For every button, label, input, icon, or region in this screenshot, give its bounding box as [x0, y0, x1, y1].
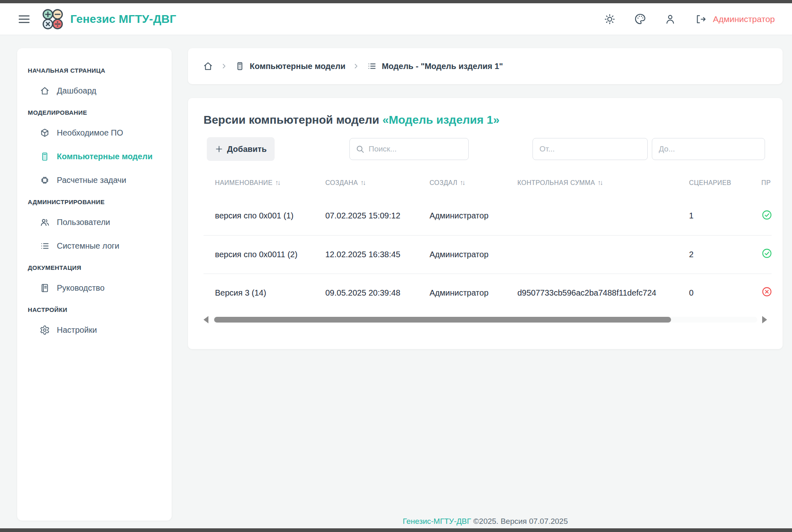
add-version-button[interactable]: Добавить [207, 137, 275, 161]
table-header-row: НАИМЕНОВАНИЕ↑↓ СОЗДАНА↑↓ СОЗДАЛ↑↓ КОНТРО… [204, 167, 772, 197]
versions-table: НАИМЕНОВАНИЕ↑↓ СОЗДАНА↑↓ СОЗДАЛ↑↓ КОНТРО… [204, 167, 772, 312]
book-icon [39, 283, 50, 293]
breadcrumb-label: Модель - "Модель изделия 1" [382, 62, 503, 71]
hamburger-menu-icon[interactable] [16, 11, 32, 27]
cell-checksum: d9507733cb596ac2ba7488f11defc724 [506, 274, 678, 312]
sidebar-item-label: Расчетные задачи [57, 176, 126, 185]
cell-scenarios: 2 [678, 235, 750, 274]
sidebar-item-label: Пользователи [57, 218, 110, 227]
sidebar-item-label: Настройки [57, 325, 97, 335]
sidebar-section-administration: АДМИНИСТРИРОВАНИЕ [17, 192, 172, 210]
column-header-scenarios: СЦЕНАРИЕВ [678, 167, 750, 197]
date-to-input[interactable] [652, 138, 765, 160]
cell-creator: Администратор [418, 235, 506, 274]
footer: Генезис-МГТУ-ДВГ ©2025. Версия 07.07.202… [188, 517, 783, 526]
sidebar-item-manual[interactable]: Руководство [17, 276, 172, 300]
sort-icon[interactable]: ↑↓ [460, 179, 464, 187]
breadcrumb-label: Компьютерные модели [250, 62, 345, 71]
window-top-strip [0, 0, 792, 3]
versions-panel: Версии компьютерной модели «Модель издел… [188, 98, 783, 349]
breadcrumb-model-page: Модель - "Модель изделия 1" [367, 61, 503, 71]
app-bar: Генезис МГТУ-ДВГ [0, 3, 792, 35]
calculator-icon [39, 151, 50, 162]
sort-icon[interactable]: ↑↓ [597, 179, 602, 187]
chip-icon [39, 175, 50, 185]
sidebar-item-label: Системные логи [57, 241, 119, 251]
cell-created: 12.02.2025 16:38:45 [314, 235, 418, 274]
cell-created: 07.02.2025 15:09:12 [314, 197, 418, 235]
horizontal-scrollbar [204, 316, 767, 323]
sidebar-item-computer-models[interactable]: Компьютерные модели [17, 145, 172, 168]
user-profile-icon[interactable] [664, 13, 677, 26]
theme-sun-icon[interactable] [603, 13, 616, 26]
breadcrumb: Компьютерные модели Модель - "Модель изд… [188, 48, 783, 84]
cell-scenarios: 1 [678, 197, 750, 235]
footer-version-text: ©2025. Версия 07.07.2025 [473, 517, 568, 525]
sort-icon[interactable]: ↑↓ [275, 179, 280, 187]
cell-checksum [506, 197, 678, 235]
scrollbar-thumb[interactable] [214, 317, 671, 323]
sidebar-item-dashboard[interactable]: Дашбоард [17, 79, 172, 102]
page-title-prefix: Версии компьютерной модели [204, 114, 383, 126]
window-bottom-strip [0, 528, 792, 532]
sidebar-item-settings[interactable]: Настройки [17, 318, 172, 342]
search-input[interactable] [349, 138, 469, 160]
sidebar-item-users[interactable]: Пользователи [17, 210, 172, 234]
cell-name: версия спо 0x001 (1) [204, 197, 314, 235]
search-field-wrap [349, 138, 469, 160]
sidebar: НАЧАЛЬНАЯ СТРАНИЦА Дашбоард МОДЕЛИРОВАНИ… [17, 48, 172, 521]
table-row[interactable]: Версия 3 (14) 09.05.2025 20:39:48 Админи… [204, 274, 772, 312]
chevron-right-icon [353, 63, 359, 69]
sidebar-item-required-software[interactable]: Необходимое ПО [17, 121, 172, 145]
current-user-label[interactable]: Администратор [713, 14, 775, 24]
gear-icon [39, 325, 50, 335]
column-header-checksum: КОНТРОЛЬНАЯ СУММА↑↓ [506, 167, 678, 197]
table-row[interactable]: версия спо 0x0011 (2) 12.02.2025 16:38:4… [204, 235, 772, 274]
breadcrumb-home-icon[interactable] [203, 61, 213, 71]
versions-table-clip: НАИМЕНОВАНИЕ↑↓ СОЗДАНА↑↓ СОЗДАЛ↑↓ КОНТРО… [204, 167, 772, 312]
cube-icon [39, 127, 50, 138]
sidebar-section-home: НАЧАЛЬНАЯ СТРАНИЦА [17, 60, 172, 79]
sidebar-item-calculation-tasks[interactable]: Расчетные задачи [17, 168, 172, 192]
scroll-left-arrow-icon[interactable] [204, 316, 208, 323]
x-circle-icon [761, 286, 772, 297]
sidebar-item-label: Руководство [57, 283, 105, 293]
cell-status [750, 197, 772, 235]
home-icon [39, 85, 50, 96]
list-icon [39, 240, 50, 251]
table-row[interactable]: версия спо 0x001 (1) 07.02.2025 15:09:12… [204, 197, 772, 235]
sidebar-item-label: Дашбоард [57, 86, 96, 96]
sidebar-section-documentation: ДОКУМЕНТАЦИЯ [17, 258, 172, 276]
cell-status [750, 274, 772, 312]
palette-icon[interactable] [633, 13, 647, 26]
logout-icon[interactable] [694, 13, 707, 26]
column-header-checked-truncated: ПР [750, 167, 772, 197]
users-icon [39, 217, 50, 227]
check-circle-icon [761, 209, 772, 220]
calculator-icon [235, 61, 245, 71]
scroll-right-arrow-icon[interactable] [762, 316, 767, 323]
cell-name: версия спо 0x0011 (2) [204, 235, 314, 274]
cell-scenarios: 0 [678, 274, 750, 312]
column-header-name: НАИМЕНОВАНИЕ↑↓ [204, 167, 314, 197]
sidebar-item-label: Необходимое ПО [57, 128, 123, 138]
add-version-label: Добавить [227, 145, 267, 154]
sort-icon[interactable]: ↑↓ [360, 179, 365, 187]
chevron-right-icon [221, 63, 227, 69]
list-icon [367, 61, 377, 71]
cell-name: Версия 3 (14) [204, 274, 314, 312]
footer-brand-link[interactable]: Генезис-МГТУ-ДВГ [403, 517, 471, 525]
breadcrumb-computer-models[interactable]: Компьютерные модели [235, 61, 345, 71]
column-header-creator: СОЗДАЛ↑↓ [418, 167, 506, 197]
toolbar: Добавить [204, 137, 767, 161]
cell-creator: Администратор [418, 197, 506, 235]
column-header-created: СОЗДАНА↑↓ [314, 167, 418, 197]
cell-created: 09.05.2025 20:39:48 [314, 274, 418, 312]
scrollbar-track[interactable] [213, 317, 757, 323]
date-from-input[interactable] [532, 138, 648, 160]
check-circle-icon [761, 248, 772, 259]
sidebar-item-system-logs[interactable]: Системные логи [17, 234, 172, 258]
plus-icon [215, 145, 223, 153]
search-icon [355, 144, 365, 154]
app-logo-math-icon [42, 8, 65, 31]
